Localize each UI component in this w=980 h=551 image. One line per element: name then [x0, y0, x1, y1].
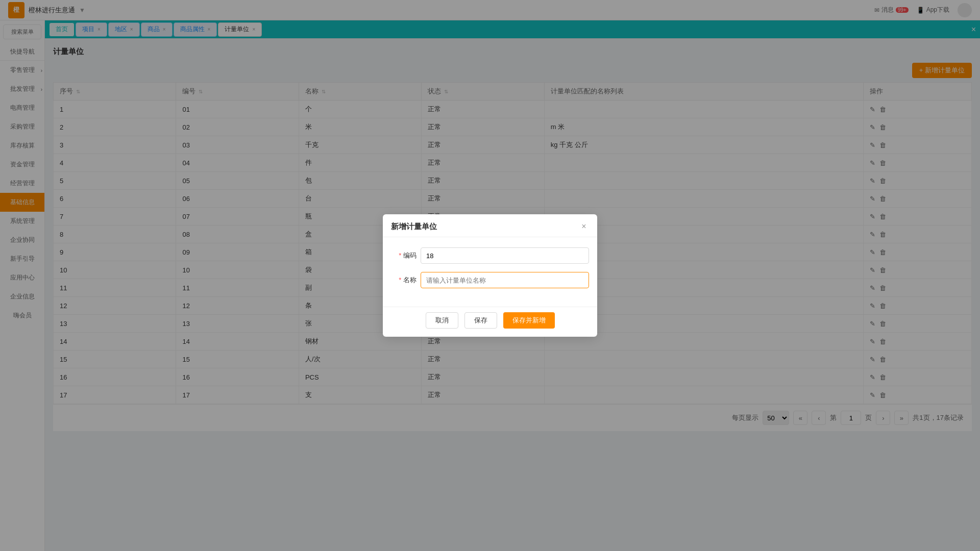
modal-header: 新增计量单位 ×: [383, 214, 597, 237]
cancel-btn[interactable]: 取消: [426, 312, 458, 329]
add-unit-modal: 新增计量单位 × 编码 名称 取消 保存 保存并新增: [383, 214, 597, 337]
modal-footer: 取消 保存 保存并新增: [383, 307, 597, 337]
form-row-name: 名称: [391, 272, 589, 288]
modal-overlay[interactable]: 新增计量单位 × 编码 名称 取消 保存 保存并新增: [0, 0, 980, 439]
name-input[interactable]: [421, 272, 589, 288]
code-label: 编码: [391, 251, 416, 260]
save-btn[interactable]: 保存: [464, 312, 497, 329]
form-row-code: 编码: [391, 247, 589, 264]
modal-body: 编码 名称: [383, 237, 597, 307]
save-new-btn[interactable]: 保存并新增: [503, 312, 555, 329]
code-input[interactable]: [421, 247, 589, 264]
name-label: 名称: [391, 276, 416, 285]
modal-title: 新增计量单位: [391, 222, 437, 232]
modal-close-btn[interactable]: ×: [579, 221, 589, 232]
